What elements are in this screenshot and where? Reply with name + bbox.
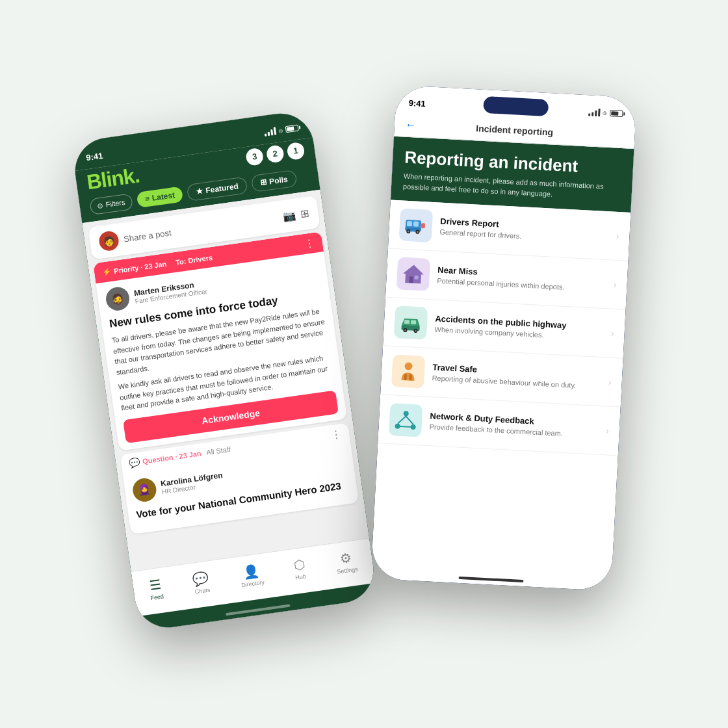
chevron-icon-3: › (608, 376, 612, 387)
badge-2[interactable]: 2 (266, 144, 285, 163)
back-button[interactable]: ← (404, 118, 417, 132)
question-audience: All Staff (206, 445, 231, 456)
wifi-icon-right: ⌾ (603, 109, 608, 117)
svg-line-25 (398, 416, 406, 424)
svg-rect-20 (404, 374, 407, 380)
author-avatar-2: 🧕 (131, 476, 158, 503)
nav-chats[interactable]: 💬 Chats (192, 569, 211, 595)
svg-line-27 (398, 426, 413, 427)
incident-text-2: Accidents on the public highway When inv… (434, 314, 604, 343)
svg-rect-11 (415, 276, 419, 280)
phone-right: 9:41 ⌾ ← Incident reporti (370, 85, 636, 591)
incident-text-3: Travel Safe Reporting of abusive behavio… (432, 363, 601, 392)
chevron-icon-0: › (616, 231, 619, 241)
user-avatar: 🧑 (98, 230, 120, 252)
tab-featured[interactable]: ★ Featured (187, 177, 248, 202)
tab-latest[interactable]: ≡ Latest (136, 186, 184, 208)
svg-rect-10 (409, 276, 413, 283)
camera-icon: 📷 (282, 209, 296, 223)
nav-settings[interactable]: ⚙ Settings (334, 549, 358, 575)
svg-rect-2 (413, 221, 419, 226)
svg-line-26 (406, 416, 414, 424)
filters-button[interactable]: ⊙ Filters (89, 193, 133, 215)
author-info-2: Karolina Löfgren HR Director (160, 471, 224, 495)
nav-feed[interactable]: ☰ Feed (148, 576, 164, 601)
hub-icon: ⬡ (292, 556, 306, 573)
share-icons: 📷 ⊞ (282, 207, 310, 223)
lightning-icon: ⚡ (101, 267, 112, 277)
filter-icon: ⊙ (97, 201, 104, 210)
bus-svg (402, 212, 430, 239)
right-green-header: Reporting an incident When reporting an … (391, 136, 634, 213)
network-svg (392, 406, 419, 434)
feed-icon: ☰ (148, 576, 162, 593)
incident-text-4: Network & Duty Feedback Provide feedback… (429, 411, 599, 441)
svg-rect-13 (404, 320, 410, 324)
phone-left: 9:41 ⌾ Blink. (71, 109, 378, 632)
chats-icon: 💬 (192, 569, 210, 587)
settings-icon: ⚙ (339, 549, 352, 566)
nav-hub[interactable]: ⬡ Hub (292, 556, 307, 580)
badge-1[interactable]: 1 (286, 141, 305, 160)
battery-icon (285, 125, 299, 133)
status-icons-left: ⌾ (264, 124, 299, 136)
house-svg (400, 261, 427, 288)
post-card-1: ⚡ Priority · 23 Jan To: Drivers ⋮ 🧔 Mart… (93, 231, 347, 450)
svg-rect-14 (411, 320, 416, 324)
directory-icon: 👤 (242, 562, 260, 580)
author-info-1: Marten Eriksson Fare Enforcement Officer (133, 278, 207, 304)
incident-icon-house (396, 257, 431, 291)
grid-icon: ⊞ (300, 207, 310, 220)
latest-icon: ≡ (144, 194, 150, 203)
svg-rect-8 (421, 223, 425, 228)
share-placeholder: Share a post (123, 213, 278, 244)
person-svg (395, 358, 422, 385)
svg-rect-21 (409, 374, 412, 380)
time-right: 9:41 (408, 98, 426, 108)
incident-icon-bus (399, 208, 434, 242)
badge-3[interactable]: 3 (245, 147, 264, 166)
incident-icon-car (394, 306, 428, 340)
question-label: Question · 23 Jan (142, 449, 202, 465)
notch-right (483, 96, 549, 116)
question-icon: 💬 (128, 457, 140, 469)
star-icon: ★ (196, 187, 204, 196)
car-svg (397, 309, 424, 336)
svg-point-22 (404, 411, 409, 416)
incident-icon-person (391, 354, 426, 389)
svg-marker-9 (402, 265, 424, 284)
wifi-icon: ⌾ (278, 126, 284, 135)
svg-point-19 (404, 362, 413, 370)
incident-text-0: Drivers Report General report for driver… (439, 216, 609, 246)
tab-polls[interactable]: ⊞ Polls (251, 170, 298, 192)
incident-text-1: Near Miss Potential personal injuries wi… (437, 265, 606, 294)
nav-directory[interactable]: 👤 Directory (239, 562, 265, 588)
signal-icon-right (588, 108, 601, 116)
chevron-icon-2: › (611, 328, 615, 339)
more-icon[interactable]: ⋮ (304, 237, 315, 250)
incident-list: Drivers Report General report for driver… (372, 200, 631, 576)
feed-content: 🧑 Share a post 📷 ⊞ ⚡ Priority · 23 Jan (82, 190, 369, 571)
battery-icon-right (610, 110, 623, 117)
incident-icon-network (389, 403, 423, 437)
more-icon-2[interactable]: ⋮ (330, 428, 342, 441)
page-title-right: Incident reporting (476, 123, 554, 137)
chevron-icon-4: › (606, 425, 610, 436)
signal-icon (264, 127, 276, 136)
time-left: 9:41 (85, 150, 103, 162)
svg-rect-1 (407, 221, 412, 226)
status-icons-right: ⌾ (588, 108, 623, 118)
author-avatar-1: 🧔 (105, 285, 131, 312)
chevron-icon-1: › (613, 280, 617, 290)
polls-icon: ⊞ (259, 177, 267, 187)
